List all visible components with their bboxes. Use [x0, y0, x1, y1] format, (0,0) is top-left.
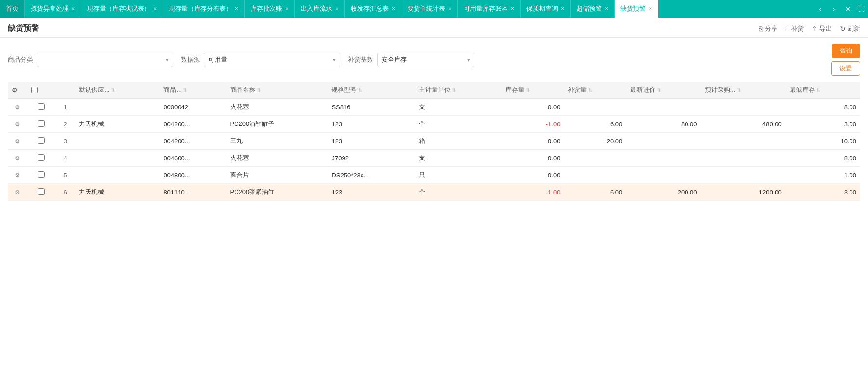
tab-overstock[interactable]: 超储预警× [571, 0, 615, 18]
page-header: 缺货预警 ⎘ 分享 □ 补货 ⇧ 导出 ↻ 刷新 [0, 18, 868, 38]
tab-close-all-btn[interactable]: ✕ [841, 0, 854, 18]
cell-checkbox-3[interactable] [27, 133, 55, 150]
cell-checkbox-5[interactable] [27, 167, 55, 184]
cell-spec-4: J7092 [327, 150, 415, 167]
cell-gear-3[interactable]: ⚙ [8, 133, 27, 150]
replenish-action[interactable]: □ 补货 [785, 24, 804, 33]
cell-product_name-5: 离合片 [226, 167, 328, 184]
row-checkbox-6[interactable] [38, 188, 45, 195]
cell-gear-2[interactable]: ⚙ [8, 116, 27, 133]
th-latest_price[interactable]: 最新进价⇅ [626, 82, 701, 99]
th-unit[interactable]: 主计量单位⇅ [415, 82, 502, 99]
th-checkbox [27, 82, 55, 99]
cell-min_stock-6: 3.00 [786, 184, 860, 201]
page-title: 缺货预警 [8, 23, 39, 34]
th-product_name[interactable]: 商品名称⇅ [226, 82, 328, 99]
row-checkbox-4[interactable] [38, 154, 45, 161]
cell-est_purchase-6: 1200.00 [701, 184, 786, 201]
datasource-select[interactable]: 可用量 ▾ [204, 53, 340, 67]
cell-checkbox-4[interactable] [27, 150, 55, 167]
th-label-product_name: 商品名称 [230, 86, 255, 94]
cell-rownum-4: 4 [55, 150, 75, 167]
tab-label-shortage: 缺货预警 [620, 4, 646, 13]
tab-fullscreen-btn[interactable]: ⛶ [854, 0, 868, 18]
sort-icon-min_stock: ⇅ [816, 88, 820, 93]
tab-close-shortage[interactable]: × [649, 5, 652, 12]
tab-inout-flow[interactable]: 出入库流水× [295, 0, 345, 18]
tab-close-inventory-dist[interactable]: × [235, 5, 238, 12]
tab-expiry-query[interactable]: 保质期查询× [521, 0, 571, 18]
cell-checkbox-2[interactable] [27, 116, 55, 133]
query-button[interactable]: 查询 [832, 44, 860, 58]
th-default_supplier[interactable]: 默认供应...⇅ [75, 82, 160, 99]
th-stock_qty[interactable]: 库存量⇅ [502, 82, 564, 99]
tab-close-order-stat[interactable]: × [448, 5, 452, 12]
cell-rownum-3: 3 [55, 133, 75, 150]
tab-inventory-dist[interactable]: 现存量（库存分布表）× [163, 0, 245, 18]
category-select[interactable]: ▾ [37, 53, 173, 67]
cell-unit-1: 支 [415, 99, 502, 116]
refresh-label: 刷新 [848, 24, 860, 33]
row-checkbox-1[interactable] [38, 103, 45, 110]
cell-spec-6: 123 [327, 184, 415, 201]
row-checkbox-5[interactable] [38, 171, 45, 178]
cell-gear-1[interactable]: ⚙ [8, 99, 27, 116]
tab-close-overstock[interactable]: × [605, 5, 608, 12]
th-product_code[interactable]: 商品...⇅ [160, 82, 226, 99]
th-spec[interactable]: 规格型号⇅ [327, 82, 415, 99]
tab-label-order-stat: 要货单统计表 [407, 4, 445, 13]
cell-gear-5[interactable]: ⚙ [8, 167, 27, 184]
th-min_stock[interactable]: 最低库存⇅ [786, 82, 860, 99]
share-action[interactable]: ⎘ 分享 [759, 24, 778, 33]
export-action[interactable]: ⇧ 导出 [812, 24, 832, 33]
th-replenish_qty[interactable]: 补货量⇅ [564, 82, 626, 99]
tab-close-available-ledger[interactable]: × [511, 5, 514, 12]
table-row: ⚙3004200...三九123箱0.0020.0010.00 [8, 133, 860, 150]
refresh-action[interactable]: ↻ 刷新 [840, 24, 860, 33]
tab-close-expiry-query[interactable]: × [561, 5, 564, 12]
tab-close-inventory-status[interactable]: × [153, 5, 157, 12]
cell-checkbox-1[interactable] [27, 99, 55, 116]
tab-home[interactable]: 首页 [0, 0, 25, 18]
tab-batch-account[interactable]: 库存批次账× [245, 0, 295, 18]
select-all-checkbox[interactable] [31, 87, 38, 93]
tab-label-inout-flow: 出入库流水 [301, 4, 332, 13]
tab-shortage[interactable]: 缺货预警× [615, 0, 658, 18]
tab-available-ledger[interactable]: 可用量库存账本× [458, 0, 521, 18]
tab-close-batch-account[interactable]: × [285, 5, 289, 12]
cell-product_code-4: 004600... [160, 150, 226, 167]
filter-area: 商品分类 ▾ 数据源 可用量 ▾ 补货基数 安全库存 ▾ 查询 设置 [0, 38, 868, 82]
share-icon: ⎘ [759, 25, 763, 33]
refresh-icon: ↻ [840, 25, 846, 33]
category-filter-group: 商品分类 ▾ [8, 53, 173, 67]
tab-prev-btn[interactable]: ‹ [814, 0, 827, 18]
cell-stock_qty-4: 0.00 [502, 150, 564, 167]
th-label-product_code: 商品... [163, 86, 181, 94]
gear-icon: ⚙ [15, 155, 20, 162]
tab-exception[interactable]: 拣货异常处理× [25, 0, 81, 18]
cell-replenish_qty-5 [564, 167, 626, 184]
tab-next-btn[interactable]: › [827, 0, 841, 18]
th-est_purchase[interactable]: 预计采购...⇅ [701, 82, 786, 99]
tab-close-exception[interactable]: × [72, 5, 75, 12]
cell-product_code-3: 004200... [160, 133, 226, 150]
sort-icon-replenish_qty: ⇅ [588, 88, 592, 93]
cell-rownum-5: 5 [55, 167, 75, 184]
tab-close-inout-flow[interactable]: × [335, 5, 339, 12]
tab-inventory-status[interactable]: 现存量（库存状况表）× [81, 0, 163, 18]
cell-unit-6: 个 [415, 184, 502, 201]
cell-stock_qty-1: 0.00 [502, 99, 564, 116]
cell-gear-6[interactable]: ⚙ [8, 184, 27, 201]
setting-button[interactable]: 设置 [831, 61, 860, 76]
replenish-base-select[interactable]: 安全库存 ▾ [377, 53, 474, 67]
cell-checkbox-6[interactable] [27, 184, 55, 201]
replenish-label: 补货 [791, 24, 804, 33]
cell-gear-4[interactable]: ⚙ [8, 150, 27, 167]
tab-order-stat[interactable]: 要货单统计表× [401, 0, 458, 18]
tab-close-recv-sum[interactable]: × [392, 5, 395, 12]
tab-recv-sum[interactable]: 收发存汇总表× [345, 0, 401, 18]
row-checkbox-2[interactable] [38, 120, 45, 127]
row-checkbox-3[interactable] [38, 137, 45, 144]
cell-stock_qty-6: -1.00 [502, 184, 564, 201]
sort-icon-est_purchase: ⇅ [737, 88, 741, 93]
